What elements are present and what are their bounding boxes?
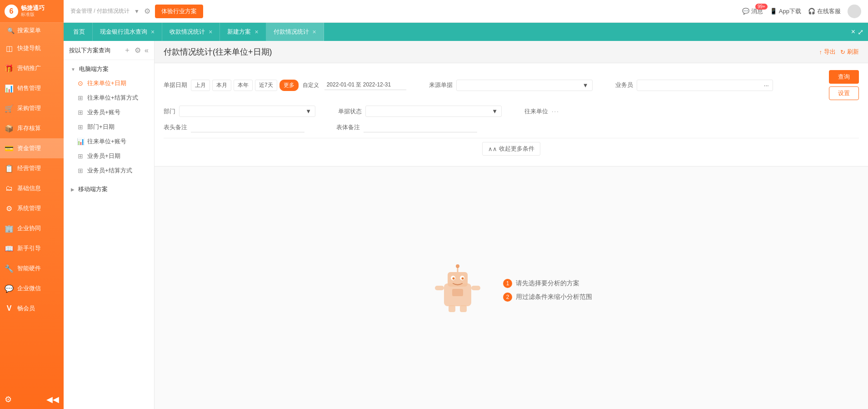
- export-btn[interactable]: ↑ 导出: [819, 48, 836, 56]
- collapse-sidebar-icon[interactable]: ◀◀: [46, 394, 59, 404]
- sidebar-item-capital[interactable]: 💳 资金管理: [0, 138, 64, 158]
- marketing-icon: 🎁: [5, 64, 14, 73]
- empty-state-container: 1 请先选择要分析的方案 2 用过滤条件来缩小分析范围: [430, 261, 592, 315]
- export-icon: ↑: [819, 49, 823, 56]
- robot-svg: [430, 261, 485, 315]
- tab-payment-stat[interactable]: 付款情况统计 ×: [266, 23, 324, 41]
- setting-btn[interactable]: 设置: [829, 86, 859, 100]
- sidebar-item-purchase[interactable]: 🛒 采购管理: [0, 98, 64, 118]
- message-btn[interactable]: 💬 消息 99+: [742, 7, 763, 15]
- date-btn-this-year[interactable]: 本年: [234, 80, 253, 91]
- dept-select-arrow: ▼: [305, 108, 311, 115]
- source-select-arrow: ▼: [583, 82, 589, 89]
- filter-dept-item: 部门 ▼: [164, 106, 315, 117]
- panel-item-unit-account[interactable]: 📊 往来单位+账号: [64, 134, 154, 149]
- message-icon: 💬: [742, 8, 749, 15]
- tab-close-payment-stat[interactable]: ×: [313, 28, 316, 35]
- online-service-btn[interactable]: 🎧 在线客服: [808, 7, 841, 15]
- doc-status-select[interactable]: ▼: [365, 106, 502, 117]
- panel-item-salesman-account[interactable]: ⊞ 业务员+账号: [64, 105, 154, 120]
- filter-right-actions: 查询 设置: [829, 70, 859, 100]
- panel-item-unit-date[interactable]: ⊙ 往来单位+日期: [64, 76, 154, 91]
- date-btn-last-month[interactable]: 上月: [191, 80, 210, 91]
- desktop-arrow-icon: ▼: [71, 67, 75, 72]
- svg-point-5: [462, 277, 464, 279]
- svg-rect-12: [452, 289, 463, 296]
- panel-item-dept-date[interactable]: ⊞ 部门+日期: [64, 120, 154, 134]
- logo-icon: 6: [5, 5, 18, 18]
- breadcrumb: 资金管理 / 付款情况统计: [70, 7, 130, 15]
- salesman-date-icon: ⊞: [76, 152, 85, 160]
- sidebar-item-sales[interactable]: 📊 销售管理: [0, 78, 64, 98]
- date-btn-more[interactable]: 更多: [279, 80, 299, 91]
- tab-new-plan[interactable]: 新建方案 ×: [220, 23, 266, 41]
- sidebar-item-enterprise[interactable]: 🏢 企业协同: [0, 218, 64, 238]
- hardware-icon: 🔧: [5, 264, 14, 273]
- doc-status-label: 单据状态: [338, 107, 362, 116]
- trial-btn[interactable]: 体验行业方案: [155, 5, 203, 18]
- filter-area: 单据日期 上月 本月 本年 近7天 更多 自定义 来源单据: [155, 63, 868, 167]
- query-btn[interactable]: 查询: [829, 70, 859, 84]
- app-download-btn[interactable]: 📱 App下载: [770, 7, 801, 15]
- sidebar-item-guide[interactable]: 📖 新手引导: [0, 238, 64, 258]
- desktop-section-title[interactable]: ▼ 电脑端方案: [64, 62, 154, 76]
- sidebar-item-basic-info[interactable]: 🗂 基础信息: [0, 178, 64, 198]
- basic-info-icon: 🗂: [5, 184, 14, 193]
- user-avatar[interactable]: [848, 5, 861, 18]
- filter-source-item: 来源单据 ▼: [429, 80, 593, 91]
- search-menu[interactable]: 🔍 搜索菜单: [0, 23, 64, 38]
- breadcrumb-arrow: ▼: [134, 8, 140, 15]
- tab-bank-flow[interactable]: 现金银行流水查询 ×: [93, 23, 162, 41]
- panel-item-unit-settle[interactable]: ⊞ 往来单位+结算方式: [64, 91, 154, 105]
- logo-text: 畅捷通巧: [21, 5, 45, 12]
- desktop-section: ▼ 电脑端方案 ⊙ 往来单位+日期 ⊞ 往来单位+结算方式 ⊞ 业务员+账号 ⊞: [64, 60, 154, 180]
- member-icon: V: [5, 304, 14, 313]
- sidebar-item-quick-nav[interactable]: ◫ 快捷导航: [0, 38, 64, 58]
- panel-item-salesman-date[interactable]: ⊞ 业务员+日期: [64, 149, 154, 163]
- sidebar-item-inventory[interactable]: 📦 库存核算: [0, 118, 64, 138]
- collapse-panel-icon[interactable]: «: [145, 46, 149, 55]
- salesman-select[interactable]: ···: [637, 80, 773, 91]
- sidebar-item-operations[interactable]: 📋 经营管理: [0, 158, 64, 178]
- date-custom-label: 自定义: [303, 81, 319, 89]
- refresh-btn[interactable]: ↻ 刷新: [840, 48, 859, 56]
- tab-close-bank-flow[interactable]: ×: [151, 28, 155, 35]
- sidebar-item-wechat[interactable]: 💬 企业微信: [0, 278, 64, 298]
- search-icon: 🔍: [7, 27, 15, 34]
- dept-select[interactable]: ▼: [179, 106, 315, 117]
- tab-close-all-btn[interactable]: ×: [851, 28, 855, 36]
- settings-icon[interactable]: ⚙: [5, 394, 12, 404]
- tab-close-new-plan[interactable]: ×: [254, 28, 258, 35]
- add-plan-icon[interactable]: ＋: [124, 45, 131, 55]
- collapse-btn[interactable]: ∧∧ 收起更多条件: [482, 142, 540, 156]
- sidebar-item-member[interactable]: V 畅会员: [0, 298, 64, 318]
- sidebar-item-system[interactable]: ⚙ 系统管理: [0, 198, 64, 218]
- settings-plan-icon[interactable]: ⚙: [135, 46, 141, 55]
- svg-rect-7: [471, 286, 480, 290]
- header-note-input[interactable]: [191, 122, 304, 132]
- tab-close-receipt-stat[interactable]: ×: [209, 28, 212, 35]
- left-panel: 按以下方案查询 ＋ ⚙ « ▼ 电脑端方案 ⊙ 往来单位+日期 ⊞: [64, 41, 155, 409]
- sidebar-item-marketing[interactable]: 🎁 营销推广: [0, 58, 64, 78]
- tab-receipt-stat[interactable]: 收款情况统计 ×: [162, 23, 220, 41]
- refresh-icon: ↻: [840, 49, 845, 56]
- mobile-section-title[interactable]: ▶ 移动端方案: [64, 182, 154, 196]
- source-select[interactable]: ▼: [456, 80, 593, 91]
- filter-doc-status-item: 单据状态 ▼: [338, 106, 502, 117]
- date-btn-7days[interactable]: 近7天: [255, 80, 277, 91]
- step-num-1: 1: [503, 279, 512, 288]
- body-note-input[interactable]: [364, 122, 477, 132]
- salesman-settle-icon: ⊞: [76, 167, 85, 175]
- wechat-icon: 💬: [5, 284, 14, 293]
- settings-gear-icon[interactable]: ⚙: [144, 7, 150, 15]
- panel-item-salesman-settle[interactable]: ⊞ 业务员+结算方式: [64, 163, 154, 178]
- sidebar-item-hardware[interactable]: 🔧 智能硬件: [0, 258, 64, 278]
- date-range-input[interactable]: [324, 81, 406, 90]
- date-btn-this-month[interactable]: 本月: [212, 80, 231, 91]
- system-icon: ⚙: [5, 204, 14, 213]
- empty-step-1: 1 请先选择要分析的方案: [503, 279, 592, 288]
- tab-home[interactable]: 首页: [66, 23, 93, 41]
- tab-expand-btn[interactable]: ⤢: [858, 28, 863, 36]
- page-title: 付款情况统计(往来单位+日期): [164, 46, 272, 57]
- related-unit-dots[interactable]: ···: [552, 108, 559, 115]
